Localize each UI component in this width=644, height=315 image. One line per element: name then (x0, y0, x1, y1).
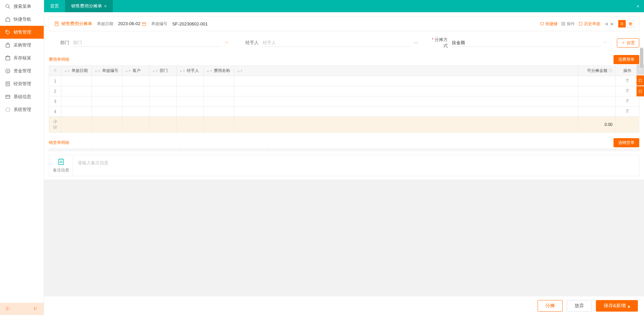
chevron-down-icon[interactable]: ﹀ (603, 40, 607, 46)
side-tab-2[interactable] (637, 75, 644, 86)
svg-rect-32 (631, 22, 632, 24)
svg-rect-46 (639, 90, 642, 93)
sales-section-header: 销货单明细 选销货单 (49, 137, 639, 149)
tab-sales-fee-alloc[interactable]: 销售费用分摊单 × (65, 0, 113, 12)
col-amt-notax[interactable]: ▲▼无税金额 (238, 149, 268, 151)
method-input[interactable] (451, 39, 600, 47)
svg-point-12 (6, 108, 10, 112)
chevron-up-icon: ▴ (628, 303, 630, 309)
scrollbar[interactable] (640, 48, 643, 68)
dept-input[interactable] (73, 39, 221, 47)
sidebar-item-sales[interactable]: 销售管理 (0, 26, 44, 39)
date-value[interactable]: 2023-06-02 (118, 21, 146, 26)
table-row[interactable]: 1 (49, 76, 639, 86)
tab-home[interactable]: 首页 (44, 0, 65, 12)
view-grid-icon[interactable] (627, 20, 634, 27)
settings-button[interactable]: 设置 (617, 38, 639, 48)
trash-icon[interactable] (625, 88, 630, 93)
trash-icon[interactable] (625, 109, 630, 113)
card-icon (5, 94, 11, 100)
doc-title: 销售费用分摊单 (54, 21, 92, 27)
view-list-icon[interactable] (618, 20, 626, 27)
calendar-icon (142, 22, 146, 26)
svg-point-2 (6, 31, 7, 32)
svg-rect-34 (631, 24, 632, 25)
select-sales-bill-button[interactable]: 选销货单 (613, 138, 639, 147)
sidebar-item-basedata[interactable]: 基础信息 (0, 90, 44, 103)
svg-text:¥: ¥ (7, 70, 9, 73)
col-fee-alloc[interactable]: 费用分摊金额 (578, 149, 616, 151)
remark-input[interactable] (73, 155, 639, 176)
col-date[interactable]: ▲▼单据日期 (61, 149, 92, 151)
svg-rect-22 (540, 23, 543, 25)
col-op: 操作 (616, 66, 639, 76)
operate-link[interactable]: 操作 (561, 21, 575, 27)
field-handler: 经手人 ⋯ (238, 39, 418, 47)
chevron-down-icon[interactable]: ﹀ (225, 40, 229, 46)
handler-input[interactable] (262, 39, 411, 47)
col-unit[interactable]: ▲▼销售单位 (180, 149, 210, 151)
save-new-button[interactable]: 保存&新增 ▴ (596, 300, 638, 312)
remark-side: 备注信息 (49, 155, 73, 176)
col-no[interactable]: ▲▼单据编号 (92, 66, 122, 76)
table-row[interactable]: 4 (49, 107, 639, 117)
col-alloc-amt[interactable]: 可分摊金额 ⓘ (578, 66, 616, 76)
header-tools: 快捷键 操作 历史单据 ◀ ▶ (540, 20, 634, 27)
note-icon (57, 158, 65, 166)
svg-point-13 (7, 308, 8, 309)
sidebar-item-business[interactable]: 经营管理 (0, 77, 44, 90)
col-op: 操作 (616, 149, 639, 151)
sidebar-item-label: 库存核算 (14, 55, 31, 61)
sidebar: 搜索菜单 快捷导航 销售管理 采购管理 库存核算 ¥ 资金管理 经营管理 基础信 (0, 0, 44, 315)
discard-button[interactable]: 放弃 (567, 300, 592, 312)
col-no[interactable]: ▲▼单据编号 (92, 149, 122, 151)
sidebar-item-quicknav[interactable]: 快捷导航 (0, 13, 44, 26)
fee-table: ▲▼单据日期 ▲▼单据编号 ▲▼客户 ▲▼部门 ▲▼经手人 ▲▼费用名称 ▲▼ … (49, 66, 639, 133)
svg-point-0 (6, 4, 9, 7)
collapse-icon[interactable] (34, 306, 39, 312)
svg-rect-7 (6, 82, 10, 86)
sidebar-item-inventory[interactable]: 库存核算 (0, 52, 44, 64)
sidebar-item-system[interactable]: 系统管理 (0, 103, 44, 116)
trash-icon[interactable] (625, 78, 630, 83)
allocate-button[interactable]: 分摊 (538, 300, 563, 312)
box-icon (5, 55, 11, 61)
col-qty[interactable]: ▲▼数量 (210, 149, 238, 151)
docno-label: 单据编号 (151, 21, 167, 27)
doc-header: 销售费用分摊单 单据日期 2023-06-02 单据编号 SF-20230602… (49, 16, 639, 31)
handler-label: 经手人 (238, 40, 259, 46)
col-fee-name[interactable]: ▲▼费用名称 (204, 66, 234, 76)
side-tab-3[interactable] (637, 86, 644, 96)
col-date[interactable]: ▲▼单据日期 (61, 66, 92, 76)
trash-icon[interactable] (625, 98, 630, 103)
gear-col[interactable] (49, 149, 61, 151)
sidebar-item-purchase[interactable]: 采购管理 (0, 39, 44, 52)
close-all-tabs[interactable]: × (632, 0, 644, 12)
table-row[interactable]: 3 (49, 96, 639, 107)
col-customer[interactable]: ▲▼客户 (122, 66, 149, 76)
sidebar-item-search[interactable]: 搜索菜单 (0, 0, 44, 13)
prev-icon[interactable]: ◀ (604, 21, 609, 26)
date-label: 单据日期 (97, 21, 113, 27)
close-icon[interactable]: × (104, 3, 107, 9)
select-fee-bill-button[interactable]: 选费用单 (613, 55, 639, 64)
table-row[interactable]: 2 (49, 86, 639, 96)
sidebar-item-funds[interactable]: ¥ 资金管理 (0, 64, 44, 77)
main: 首页 销售费用分摊单 × × 销售费用分摊单 单据日期 2023-06-02 单… (44, 0, 644, 315)
svg-point-44 (639, 69, 642, 71)
history-link[interactable]: 历史单据 (578, 21, 600, 27)
col-dept[interactable]: ▲▼部门 (149, 66, 177, 76)
settings-icon[interactable] (5, 306, 10, 312)
col-product[interactable]: ▲▼商品 (122, 149, 149, 151)
col-handler[interactable]: ▲▼经手人 (177, 66, 204, 76)
col-spec[interactable]: ▲▼规格型号 (149, 149, 180, 151)
gear-col[interactable] (49, 66, 61, 76)
shortcut-link[interactable]: 快捷键 (540, 21, 558, 27)
next-icon[interactable]: ▶ (610, 21, 615, 26)
svg-rect-10 (6, 95, 10, 98)
content: 部门 ﹀ 经手人 ⋯ 分摊方式 ﹀ 设置 (44, 31, 644, 151)
side-tabs (637, 64, 644, 96)
more-icon[interactable]: ⋯ (414, 40, 418, 45)
svg-rect-23 (562, 22, 563, 23)
remark-box: 备注信息 (49, 155, 639, 176)
